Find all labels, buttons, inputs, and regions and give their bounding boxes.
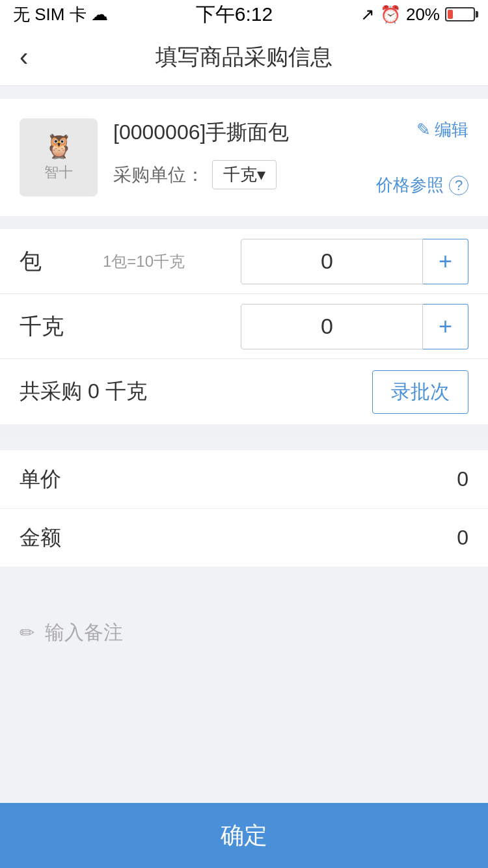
amount-value: 0 [457,526,468,550]
status-right: ↗ ⏰ 20% [360,5,475,25]
edit-label: 编辑 [435,118,468,141]
bag-label: 包 [20,247,98,277]
status-time: 下午6:12 [196,1,273,28]
bag-sub-label: 1包=10千克 [103,251,185,272]
bag-plus-button[interactable]: + [423,239,468,284]
summary-text: 共采购 0 千克 [20,377,147,406]
product-name: [0000006]手撕面包 [113,118,468,147]
unit-price-row: 单价 0 [0,450,488,509]
amount-row: 金额 0 [0,509,488,567]
bag-number-input[interactable] [241,239,423,284]
edit-icon: ✎ [416,120,431,140]
unit-label: 采购单位： [113,163,204,187]
pencil-icon: ✏ [20,622,34,644]
battery-fill [448,10,453,19]
unit-price-label: 单价 [20,465,61,494]
amount-label: 金额 [20,524,61,552]
batch-button[interactable]: 录批次 [372,370,468,414]
price-ref-button[interactable]: 价格参照 ? [376,174,468,197]
kg-input-wrap: + [98,304,468,349]
location-icon: ↗ [360,5,375,25]
kg-input-section: 千克 + [0,294,488,359]
page-title: 填写商品采购信息 [156,42,332,72]
unit-price-value: 0 [457,467,468,491]
battery-percent: 20% [406,5,440,25]
product-title: 手撕面包 [206,120,289,144]
divider-1 [0,216,488,229]
unit-select-dropdown[interactable]: 千克▾ [212,160,277,189]
product-id: [0000006] [113,120,206,144]
bag-input-wrap: + [185,239,468,284]
notes-placeholder: 输入备注 [45,619,123,646]
back-button[interactable]: ‹ [20,42,28,72]
edit-button[interactable]: ✎ 编辑 [416,118,468,141]
notes-section[interactable]: ✏ 输入备注 [0,567,488,698]
price-ref-icon: ? [449,176,468,195]
status-left: 无 SIM 卡 ☁ [13,3,108,26]
confirm-button[interactable]: 确定 [0,803,488,868]
product-thumb-icon: 🦉 [44,133,74,160]
alarm-icon: ⏰ [380,5,401,25]
kg-input-row: 千克 + [0,294,488,359]
battery-icon [445,7,475,21]
status-bar: 无 SIM 卡 ☁ 下午6:12 ↗ ⏰ 20% [0,0,488,29]
price-info-section: 单价 0 金额 0 [0,450,488,567]
product-card: 🦉 智十 [0000006]手撕面包 采购单位： 千克▾ ✎ 编辑 价格参照 ? [0,99,488,216]
kg-number-input[interactable] [241,304,423,349]
bottom-space [0,698,488,763]
nav-bar: ‹ 填写商品采购信息 [0,29,488,86]
price-ref-label: 价格参照 [376,174,444,197]
divider-2 [0,424,488,437]
bag-input-section: 包 1包=10千克 + [0,229,488,294]
product-thumbnail: 🦉 智十 [20,118,98,197]
sim-status: 无 SIM 卡 ☁ [13,3,108,26]
thumb-label: 智十 [44,163,73,182]
bag-input-row: 包 1包=10千克 + [0,229,488,294]
summary-row: 共采购 0 千克 录批次 [0,359,488,424]
kg-plus-button[interactable]: + [423,304,468,349]
kg-label: 千克 [20,312,98,342]
